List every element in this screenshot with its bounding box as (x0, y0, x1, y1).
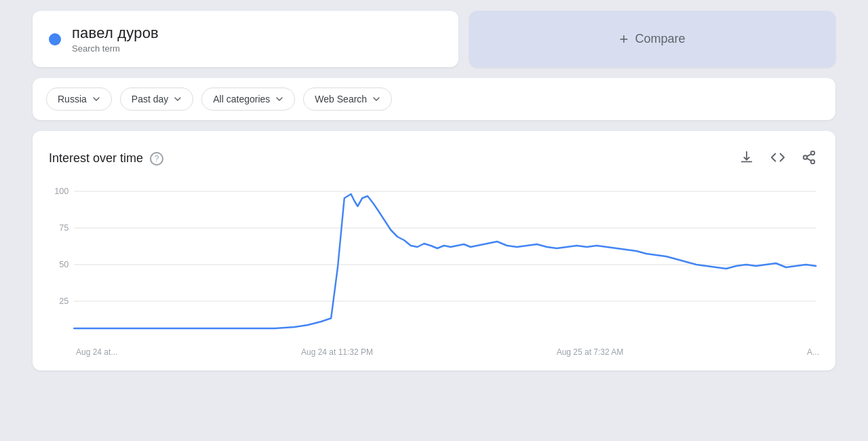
download-button[interactable] (736, 147, 757, 170)
filters-section: Russia Past day All categories Web Searc… (33, 78, 835, 120)
svg-point-1 (804, 155, 808, 159)
search-term-main: павел дуров (72, 24, 159, 42)
search-term-dot (49, 33, 61, 45)
search-type-filter-label: Web Search (315, 94, 367, 104)
x-label-start: Aug 24 at... (76, 347, 117, 357)
chevron-down-icon (275, 95, 283, 103)
top-section: павел дуров Search term + Compare (33, 11, 835, 67)
search-term-label: Search term (72, 43, 159, 54)
search-term-text-group: павел дуров Search term (72, 24, 159, 54)
svg-text:25: 25 (59, 296, 68, 306)
chevron-down-icon (92, 95, 100, 103)
search-type-filter[interactable]: Web Search (303, 88, 392, 111)
chevron-down-icon (174, 95, 182, 103)
country-filter-label: Russia (58, 94, 87, 104)
x-label-end: A... (807, 347, 819, 357)
chevron-down-icon (372, 95, 380, 103)
compare-label: Compare (635, 32, 685, 46)
period-filter[interactable]: Past day (120, 88, 193, 111)
svg-point-2 (811, 160, 815, 164)
svg-text:75: 75 (59, 223, 68, 233)
chart-actions (736, 147, 819, 170)
embed-icon (770, 150, 785, 165)
country-filter[interactable]: Russia (46, 88, 112, 111)
x-label-mid2: Aug 25 at 7:32 AM (557, 347, 624, 357)
svg-text:100: 100 (54, 186, 68, 196)
help-icon[interactable]: ? (150, 152, 163, 166)
category-filter-label: All categories (213, 94, 270, 104)
chart-header: Interest over time ? (49, 147, 819, 170)
svg-point-0 (811, 151, 815, 155)
share-icon (802, 150, 816, 165)
interest-chart: 100 75 50 25 (49, 186, 819, 342)
embed-button[interactable] (768, 147, 788, 170)
download-icon (739, 150, 754, 165)
chart-card: Interest over time ? (33, 131, 835, 370)
x-axis-labels: Aug 24 at... Aug 24 at 11:32 PM Aug 25 a… (49, 347, 819, 357)
period-filter-label: Past day (132, 94, 168, 104)
chart-title-group: Interest over time ? (49, 151, 163, 166)
chart-title: Interest over time (49, 151, 143, 166)
svg-text:50: 50 (59, 259, 68, 269)
search-term-card: павел дуров Search term (33, 11, 458, 67)
x-label-mid1: Aug 24 at 11:32 PM (301, 347, 373, 357)
chart-area: 100 75 50 25 (49, 186, 819, 342)
share-button[interactable] (799, 147, 819, 170)
category-filter[interactable]: All categories (201, 88, 295, 111)
compare-card[interactable]: + Compare (469, 11, 835, 67)
compare-plus-icon: + (620, 31, 629, 48)
